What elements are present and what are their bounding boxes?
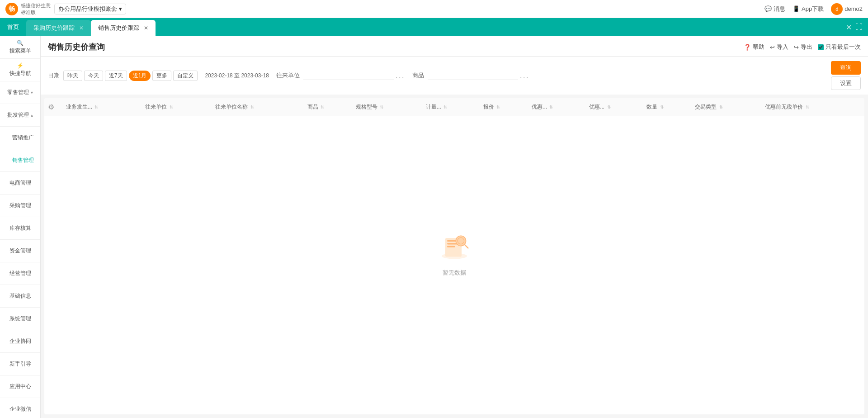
counterpart-input[interactable] [303,71,394,80]
topbar-left: 畅 畅捷信好生意 标准版 办公用品行业模拟账套 ▾ [5,2,126,15]
sidebar-item-new-guide[interactable]: 新手引导 [0,353,40,375]
close-purchase-history-tab[interactable]: ✕ [79,25,84,31]
logo-area: 畅 畅捷信好生意 标准版 [5,2,51,15]
svg-rect-4 [447,246,455,247]
sidebar-item-search-menu[interactable]: 🔍 搜索菜单 [0,36,40,59]
topbar: 畅 畅捷信好生意 标准版 办公用品行业模拟账套 ▾ 💬 消息 📱 App下载 d… [0,0,868,18]
content-area: 销售历史价查询 ❓ 帮助 ↩ 导入 ↪ 导出 只看最后一次 [41,36,868,418]
app-selector[interactable]: 办公用品行业模拟账套 ▾ [54,4,126,14]
product-input-wrapper: ... [428,71,529,81]
sidebar-item-system-mgmt[interactable]: 系统管理 [0,308,40,330]
search-icon: 🔍 [17,40,24,46]
only-last-checkbox-group: 只看最后一次 [818,43,861,51]
settings-button[interactable]: 设置 [831,76,861,90]
sidebar-item-ecommerce-mgmt[interactable]: 电商管理 [0,172,40,195]
column-product[interactable]: 商品 ⇅ [304,98,352,116]
sidebar-item-operations-mgmt[interactable]: 经营管理 [0,262,40,285]
sidebar-item-retail-mgmt[interactable]: 零售管理 ▾ [0,81,40,104]
tabbar: 首页 采购历史价跟踪 ✕ 销售历史价跟踪 ✕ ✕ ⛶ [0,18,868,36]
export-icon: ↪ [794,44,799,51]
import-icon: ↩ [770,44,775,51]
col-label: 业务发生... [66,104,92,110]
column-settings: ⚙ [44,98,62,116]
main-layout: 🔍 搜索菜单 ⚡ 快捷导航 零售管理 ▾ 批发管理 ▴ 营销推广 销售管理 电商… [0,36,868,418]
sort-icon: ⇅ [250,104,254,109]
close-sales-history-tab[interactable]: ✕ [144,25,148,31]
sidebar: 🔍 搜索菜单 ⚡ 快捷导航 零售管理 ▾ 批发管理 ▴ 营销推广 销售管理 电商… [0,36,41,418]
col-label: 数量 [646,104,657,110]
last1month-btn[interactable]: 近1月 [129,71,151,81]
page-title: 销售历史价查询 [48,42,105,52]
column-counterpart[interactable]: 往来单位 ⇅ [142,98,212,116]
sidebar-item-marketing[interactable]: 营销推广 [0,127,40,149]
close-tab-button[interactable]: ✕ [846,23,852,32]
chevron-up-icon: ▴ [31,113,33,118]
col-label: 往来单位 [145,104,167,110]
logo-text: 畅捷信好生意 标准版 [21,2,51,15]
column-discount1[interactable]: 优惠... ⇅ [528,98,585,116]
yesterday-btn[interactable]: 昨天 [63,71,82,81]
empty-state: 暂无数据 [44,116,864,414]
sort-icon: ⇅ [380,104,383,109]
product-filter-group: 商品 ... [412,71,529,81]
col-label: 往来单位名称 [215,104,248,110]
filter-action-buttons: 查询 设置 [831,61,861,90]
date-filter-group: 日期 昨天 今天 近7天 近1月 更多 自定义 2023-02-18 至 202… [48,71,269,81]
custom-date-btn[interactable]: 自定义 [173,71,198,81]
only-last-checkbox[interactable] [818,44,824,50]
col-label: 计量... [426,104,441,110]
col-label: 交易类型 [695,104,717,110]
col-label: 优惠前无税单价 [765,104,803,110]
sidebar-item-quick-nav[interactable]: ⚡ 快捷导航 [0,59,40,81]
column-quantity[interactable]: 数量 ⇅ [643,98,691,116]
sidebar-item-purchase-mgmt[interactable]: 采购管理 [0,195,40,217]
today-btn[interactable]: 今天 [84,71,103,81]
product-input[interactable] [428,71,518,80]
sidebar-item-inventory[interactable]: 库存核算 [0,217,40,240]
last7days-btn[interactable]: 近7天 [105,71,127,81]
sidebar-item-basic-info[interactable]: 基础信息 [0,285,40,308]
query-button[interactable]: 查询 [831,61,861,75]
column-trade-type[interactable]: 交易类型 ⇅ [691,98,761,116]
sort-icon: ⇅ [719,104,723,109]
column-quoted-price[interactable]: 报价 ⇅ [480,98,528,116]
filter-area: 日期 昨天 今天 近7天 近1月 更多 自定义 2023-02-18 至 202… [41,57,868,95]
product-picker-btn[interactable]: ... [520,71,529,81]
column-counterpart-name[interactable]: 往来单位名称 ⇅ [212,98,303,116]
sidebar-item-enterprise-collab[interactable]: 企业协同 [0,330,40,353]
maximize-button[interactable]: ⛶ [855,23,863,31]
column-discount2[interactable]: 优惠... ⇅ [585,98,643,116]
svg-rect-3 [447,243,457,244]
export-button[interactable]: ↪ 导出 [794,43,812,51]
chevron-down-icon: ▾ [31,90,33,95]
app-download-button[interactable]: 📱 App下载 [793,5,824,13]
sort-icon: ⇅ [321,104,324,109]
more-date-btn[interactable]: 更多 [152,71,171,81]
gear-icon[interactable]: ⚙ [48,103,54,111]
sort-icon: ⇅ [443,104,447,109]
tab-home[interactable]: 首页 [0,18,26,36]
help-icon: ❓ [744,44,751,51]
help-button[interactable]: ❓ 帮助 [744,43,764,51]
sidebar-item-sales-mgmt[interactable]: 销售管理 [0,149,40,172]
sidebar-item-wholesale-mgmt[interactable]: 批发管理 ▴ [0,104,40,127]
column-pretax-price[interactable]: 优惠前无税单价 ⇅ [761,98,864,116]
message-icon: 💬 [764,5,772,12]
tab-purchase-history[interactable]: 采购历史价跟踪 ✕ [26,20,91,36]
message-button[interactable]: 💬 消息 [764,5,785,13]
sidebar-item-app-center[interactable]: 应用中心 [0,375,40,398]
counterpart-picker-btn[interactable]: ... [396,71,405,81]
column-spec[interactable]: 规格型号 ⇅ [352,98,422,116]
sidebar-item-enterprise-wechat[interactable]: 企业微信 [0,398,40,418]
logo-icon: 畅 [5,3,18,15]
sidebar-item-finance-mgmt[interactable]: 资金管理 [0,240,40,262]
import-button[interactable]: ↩ 导入 [770,43,788,51]
column-unit[interactable]: 计量... ⇅ [422,98,480,116]
column-biz-date[interactable]: 业务发生... ⇅ [62,98,142,116]
quick-nav-icon: ⚡ [17,62,24,69]
topbar-right: 💬 消息 📱 App下载 d demo2 [764,3,863,15]
empty-illustration [436,227,472,263]
tab-sales-history[interactable]: 销售历史价跟踪 ✕ [91,20,156,36]
date-range-display: 2023-02-18 至 2023-03-18 [205,72,269,80]
user-profile[interactable]: d demo2 [831,3,863,15]
